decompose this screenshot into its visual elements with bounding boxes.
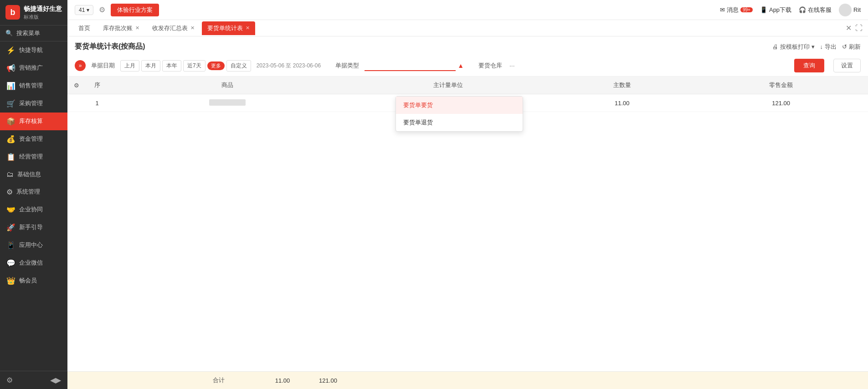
filter-settings-button[interactable]: 设置 — [833, 59, 861, 72]
warehouse-filter-label: 要货仓库 — [478, 61, 502, 70]
sidebar-search[interactable]: 🔍 搜索菜单 — [0, 26, 67, 41]
finance-icon: 💰 — [6, 135, 15, 143]
trial-button[interactable]: 体验行业方案 — [111, 4, 159, 16]
date-btn-year[interactable]: 本年 — [162, 60, 181, 72]
sidebar-item-label: 新手引导 — [19, 223, 43, 231]
tab-order-stats[interactable]: 要货单统计表✕ — [202, 21, 255, 35]
row-product — [108, 94, 346, 112]
date-btn-current[interactable]: 本月 — [141, 60, 160, 72]
export-label: 导出 — [825, 43, 837, 51]
sidebar-item-enterprise[interactable]: 🤝企业协同 — [0, 201, 67, 219]
tab-label: 要货单统计表 — [207, 24, 243, 32]
sidebar-item-label: 基础信息 — [17, 170, 41, 179]
date-btn-more[interactable]: 更多 — [207, 61, 225, 70]
headset-icon: 🎧 — [799, 6, 806, 13]
wechat-biz-icon: 💬 — [6, 259, 15, 267]
messages-item[interactable]: ✉ 消息 99+ — [720, 6, 753, 14]
online-service-label: 在线客服 — [808, 6, 832, 14]
sidebar-footer: ⚙ ◀▶ — [0, 371, 67, 389]
refresh-button[interactable]: ↺ 刷新 — [842, 43, 861, 51]
tab-receipts-summary[interactable]: 收发存汇总表✕ — [147, 21, 200, 35]
tab-label: 收发存汇总表 — [152, 24, 188, 32]
page-actions: 🖨 按模板打印 ▾ ↓ 导出 ↺ 刷新 — [772, 43, 861, 51]
content-area: 要货单统计表(按商品) 🖨 按模板打印 ▾ ↓ 导出 ↺ 刷新 » — [67, 36, 868, 389]
sidebar-item-inventory[interactable]: 📦库存核算 — [0, 113, 67, 130]
sidebar-item-purchase[interactable]: 🛒采购管理 — [0, 95, 67, 113]
date-range-display: 2023-05-06 至 2023-06-06 — [257, 62, 321, 70]
sidebar-item-finance[interactable]: 💰资金管理 — [0, 130, 67, 148]
main-content: 41 ▾ ⚙ 体验行业方案 ✉ 消息 99+ 📱 App下载 🎧 在线客服 R — [67, 0, 868, 389]
print-button[interactable]: 🖨 按模板打印 ▾ — [772, 43, 815, 51]
filter-expand-button[interactable]: » — [75, 60, 86, 71]
sidebar-item-quick-nav[interactable]: ⚡快捷导航 — [0, 41, 67, 59]
sidebar-item-basic-info[interactable]: 🗂基础信息 — [0, 166, 67, 183]
footer-amount: 121.00 — [305, 377, 351, 384]
header-left: 41 ▾ ⚙ 体验行业方案 — [75, 4, 159, 16]
tab-inventory-batch[interactable]: 库存批次账✕ — [98, 21, 145, 35]
date-filter-buttons: 上月 本月 本年 近7天 更多 自定义 — [120, 60, 251, 72]
type-filter-chevron-up[interactable]: ▲ — [457, 62, 464, 69]
query-button[interactable]: 查询 — [794, 59, 824, 72]
sidebar-item-wechat-biz[interactable]: 💬企业微信 — [0, 254, 67, 272]
sidebar: b 畅捷通好生意 标准版 🔍 搜索菜单 ⚡快捷导航📢营销推广📊销售管理🛒采购管理… — [0, 0, 67, 389]
sidebar-item-marketing[interactable]: 📢营销推广 — [0, 59, 67, 77]
col-header-no: 序 — [86, 77, 108, 94]
tab-collapse-icon[interactable]: ✕ — [846, 24, 852, 32]
sidebar-item-label: 系统管理 — [16, 188, 40, 196]
user-item[interactable]: Rit — [839, 4, 861, 16]
export-button[interactable]: ↓ 导出 — [820, 43, 837, 51]
sidebar-item-system[interactable]: ⚙系统管理 — [0, 183, 67, 201]
online-service-item[interactable]: 🎧 在线客服 — [799, 6, 832, 14]
app-download-item[interactable]: 📱 App下载 — [760, 6, 791, 14]
messages-badge: 99+ — [740, 7, 753, 12]
basic-info-icon: 🗂 — [6, 170, 14, 179]
sidebar-item-label: 企业协同 — [19, 205, 43, 214]
page-header: 要货单统计表(按商品) 🖨 按模板打印 ▾ ↓ 导出 ↺ 刷新 — [67, 36, 868, 55]
header-settings-icon[interactable]: ⚙ — [99, 5, 105, 14]
col-header-product: 商品 — [108, 77, 346, 94]
date-btn-custom[interactable]: 自定义 — [226, 60, 251, 72]
avatar — [839, 4, 852, 16]
sidebar-item-label: 资金管理 — [19, 135, 43, 143]
system-icon: ⚙ — [6, 188, 13, 196]
type-dropdown: 要货单要货要货单退货 — [395, 96, 523, 132]
row-settings — [67, 94, 86, 112]
tab-close-icon[interactable]: ✕ — [135, 25, 139, 31]
settings-icon[interactable]: ⚙ — [6, 376, 13, 384]
date-btn-7days[interactable]: 近7天 — [183, 60, 205, 72]
tab-close-icon[interactable]: ✕ — [246, 25, 250, 31]
tab-home[interactable]: 首页 — [73, 21, 96, 35]
col-settings-icon[interactable]: ⚙ — [74, 82, 79, 89]
tab-bar-actions: ✕ ⛶ — [846, 24, 863, 32]
breadcrumb-num: 41 — [79, 7, 85, 13]
table-header-row: ⚙ 序 商品 主计量单位 主数量 零售金额 — [67, 77, 868, 94]
tab-expand-icon[interactable]: ⛶ — [855, 24, 863, 32]
sidebar-item-sales[interactable]: 📊销售管理 — [0, 77, 67, 95]
row-no: 1 — [86, 94, 108, 112]
col-header-unit: 主计量单位 — [346, 77, 550, 94]
dropdown-item-order-return[interactable]: 要货单退货 — [396, 114, 523, 131]
sidebar-item-operations[interactable]: 📋经营管理 — [0, 148, 67, 166]
sidebar-item-app-center[interactable]: 📱应用中心 — [0, 236, 67, 254]
warehouse-filter-dots[interactable]: ··· — [509, 62, 515, 69]
brand-name: 畅捷通好生意 — [24, 5, 62, 14]
sidebar-item-label: 企业微信 — [19, 259, 43, 267]
purchase-icon: 🛒 — [6, 99, 15, 108]
tab-bar: 首页库存批次账✕收发存汇总表✕要货单统计表✕ ✕ ⛶ — [67, 20, 868, 36]
date-btn-up[interactable]: 上月 — [120, 60, 139, 72]
refresh-label: 刷新 — [849, 43, 861, 51]
breadcrumb-select[interactable]: 41 ▾ — [75, 5, 93, 15]
sidebar-item-guide[interactable]: 🚀新手引导 — [0, 219, 67, 236]
top-header: 41 ▾ ⚙ 体验行业方案 ✉ 消息 99+ 📱 App下载 🎧 在线客服 R — [67, 0, 868, 20]
col-header-settings: ⚙ — [67, 77, 86, 94]
operations-icon: 📋 — [6, 153, 15, 161]
collapse-icon[interactable]: ◀▶ — [50, 376, 61, 384]
type-filter-input[interactable] — [365, 61, 456, 71]
brand-sub: 标准版 — [24, 14, 62, 20]
tab-close-icon[interactable]: ✕ — [190, 25, 195, 31]
sidebar-item-member[interactable]: 👑畅会员 — [0, 272, 67, 290]
dropdown-item-order-goods[interactable]: 要货单要货 — [396, 97, 523, 114]
page-title: 要货单统计表(按商品) — [75, 42, 145, 51]
sidebar-item-label: 经营管理 — [19, 153, 43, 161]
enterprise-icon: 🤝 — [6, 205, 15, 214]
